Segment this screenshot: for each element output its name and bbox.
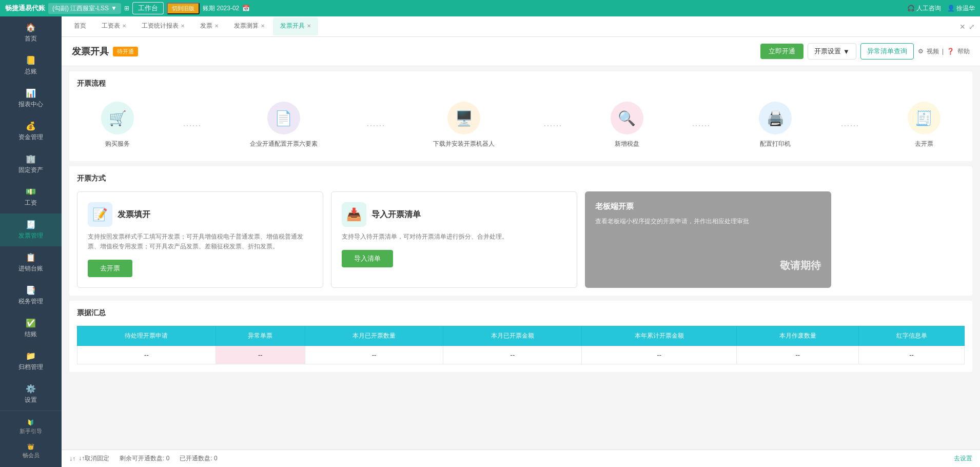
tab-bar: 首页 工资表 ✕ 工资统计报表 ✕ 发票 ✕ 发票测算 ✕ 发票开具 ✕ [62, 16, 980, 37]
sidebar-item-home[interactable]: 🏠 首页 [0, 16, 62, 49]
sidebar-item-guide[interactable]: 🔰 新手引导 [0, 415, 62, 439]
pin-button[interactable]: ↓↑ ↓↑取消固定 [69, 454, 109, 463]
tax-icon: 📑 [26, 285, 36, 295]
workflow-step-4: 🖨️ 配置打印机 [759, 102, 792, 148]
tab-payroll-report[interactable]: 工资统计报表 ✕ [134, 17, 192, 35]
summary-table-header-row: 待处理开票申请 异常单票 本月已开票数量 本月已开票金额 本年累计开票金额 本月… [77, 326, 965, 346]
invoice-methods-section: 开票方式 📝 发票填开 支持按照发票样式手工填写开发票；可开具增值税电子普通发票… [69, 166, 972, 296]
go-invoice-button[interactable]: 去开票 [88, 260, 132, 277]
old-platform-title: 老板端开票 [595, 202, 821, 211]
workflow-arrow-4: ⋯⋯ [840, 120, 859, 131]
top-bar-left: 畅捷通易代账 (勾副) 江西服室-LSS ▼ ⊞ 工作台 切到旧版 账期 202… [5, 2, 250, 14]
col-red-info: 红字信息单 [859, 326, 965, 346]
sidebar-item-invoice[interactable]: 🧾 发票管理 [0, 213, 62, 246]
workflow-arrow-3: ⋯⋯ [692, 120, 710, 131]
tab-invoice-issue[interactable]: 发票开具 ✕ [273, 17, 318, 35]
switch-old-button[interactable]: 切到旧版 [167, 3, 200, 14]
sidebar-item-purchase-sales[interactable]: 📋 进销台账 [0, 246, 62, 279]
sidebar-item-settings[interactable]: ⚙️ 设置 [0, 378, 62, 411]
sidebar-item-tax[interactable]: 📑 税务管理 [0, 279, 62, 312]
opened-label: 已开通数盘: 0 [180, 454, 217, 463]
go-setting-link[interactable]: 去设置 [954, 454, 972, 463]
assets-icon: 🏢 [26, 154, 36, 164]
close-tab-invoice-calc[interactable]: ✕ [261, 23, 265, 29]
page-content: 发票开具 待开通 立即开通 开票设置 ▼ 异常清单查询 ⚙ 视频 | ❓ [62, 37, 980, 450]
close-tab-payslip[interactable]: ✕ [122, 23, 126, 29]
workflow-arrow-1: ⋯⋯ [366, 120, 385, 131]
membership-icon: 👑 [27, 443, 34, 450]
expand-icon[interactable]: ⤢ [969, 23, 975, 31]
tab-payslip[interactable]: 工资表 ✕ [94, 17, 133, 35]
workflow-step-2: 🖥️ 下载并安装开票机器人 [433, 102, 495, 148]
method-card-manual-header: 📝 发票填开 [88, 202, 312, 227]
summary-title: 票据汇总 [77, 308, 965, 318]
summary-table: 待处理开票申请 异常单票 本月已开票数量 本月已开票金额 本年累计开票金额 本月… [77, 326, 965, 364]
col-monthly-amount: 本月已开票金额 [443, 326, 582, 346]
old-platform-desc: 查看老板端小程序提交的开票申请，并作出相应处理审批 [595, 217, 821, 226]
ledger-icon: 📒 [26, 55, 36, 65]
close-tab-payroll-report[interactable]: ✕ [181, 23, 185, 29]
method-card-manual: 📝 发票填开 支持按照发票样式手工填写开发票；可开具增值税电子普通发票、增值税普… [77, 191, 323, 288]
coming-soon-label: 敬请期待 [780, 259, 821, 273]
help-icon: ❓ [947, 48, 954, 55]
chevron-down-icon: ▼ [843, 48, 850, 55]
workflow-icon-5: 🧾 [908, 102, 940, 134]
settings-icon: ⚙️ [26, 384, 36, 394]
main-layout: 🏠 首页 📒 总账 📊 报表中心 💰 资金管理 🏢 固定资产 💵 工资 🧾 发票… [0, 16, 980, 467]
method-title-import: 导入开票清单 [371, 209, 421, 220]
col-monthly-count: 本月已开票数量 [305, 326, 443, 346]
col-annual-amount: 本年累计开票金额 [582, 326, 737, 346]
workflow-icon-0: 🛒 [101, 102, 134, 134]
close-tab-invoice[interactable]: ✕ [214, 23, 219, 29]
sidebar-item-membership[interactable]: 👑 畅会员 [0, 439, 62, 463]
summary-section: 票据汇总 待处理开票申请 异常单票 本月已开票数量 本月已开票金额 本年累计开票… [69, 301, 972, 372]
close-tab-invoice-issue[interactable]: ✕ [307, 23, 311, 29]
method-icon-import: 📥 [342, 202, 366, 227]
sidebar-item-ledger[interactable]: 📒 总账 [0, 49, 62, 82]
logo: 畅捷通易代账 [5, 4, 45, 13]
workflow-arrow-2: ⋯⋯ [543, 120, 562, 131]
sidebar-item-reports[interactable]: 📊 报表中心 [0, 82, 62, 115]
workflow-label-0: 购买服务 [105, 140, 130, 148]
workflow-section: 开票流程 🛒 购买服务 ⋯⋯ 📄 企业开通配置开票六要素 ⋯⋯ 🖥️ 下载并安装 [69, 71, 972, 161]
sidebar-item-payroll[interactable]: 💵 工资 [0, 181, 62, 213]
home-icon: 🏠 [26, 23, 36, 32]
method-desc-manual: 支持按照发票样式手工填写开发票；可开具增值税电子普通发票、增值税普通发票、增值税… [88, 232, 312, 251]
sidebar-item-funds[interactable]: 💰 资金管理 [0, 115, 62, 148]
top-bar-right: 🎧 人工咨询 👤 徐温华 [907, 4, 975, 13]
col-pending: 待处理开票申请 [77, 326, 216, 346]
page-header: 发票开具 待开通 立即开通 开票设置 ▼ 异常清单查询 ⚙ 视频 | ❓ [62, 37, 980, 66]
abnormal-query-button[interactable]: 异常清单查询 [860, 43, 914, 60]
tab-invoice[interactable]: 发票 ✕ [193, 17, 226, 35]
workflow-icon-3: 🔍 [611, 102, 643, 134]
cell-monthly-amount: -- [443, 346, 582, 364]
bottom-bar: ↓↑ ↓↑取消固定 剩余可开通数盘: 0 已开通数盘: 0 去设置 [62, 450, 980, 467]
cell-red-info: -- [859, 346, 965, 364]
tab-home[interactable]: 首页 [67, 17, 93, 35]
page-header-actions: 立即开通 开票设置 ▼ 异常清单查询 ⚙ 视频 | ❓ 帮助 [760, 43, 970, 60]
workflow-steps: 🛒 购买服务 ⋯⋯ 📄 企业开通配置开票六要素 ⋯⋯ 🖥️ 下载并安装开票机器人… [77, 96, 965, 153]
user-menu[interactable]: 👤 徐温华 [947, 4, 975, 13]
page-title: 发票开具 [72, 45, 109, 57]
col-abnormal: 异常单票 [215, 326, 305, 346]
workflow-label-1: 企业开通配置开票六要素 [250, 140, 318, 148]
service-button[interactable]: 🎧 人工咨询 [907, 4, 941, 13]
workflow-icon-1: 📄 [267, 102, 300, 134]
sidebar-item-settle[interactable]: ✅ 结账 [0, 312, 62, 345]
workbench-button[interactable]: 工作台 [132, 2, 164, 14]
company-selector[interactable]: (勾副) 江西服室-LSS ▼ [48, 3, 121, 14]
summary-table-body: -- -- -- -- -- -- -- [77, 346, 965, 364]
workflow-label-3: 新增税盘 [615, 140, 639, 148]
close-all-icon[interactable]: ✕ [959, 23, 966, 31]
period-label: 账期 2023-02 [203, 4, 239, 13]
workflow-step-3: 🔍 新增税盘 [611, 102, 643, 148]
open-settings-button[interactable]: 开票设置 ▼ [808, 43, 856, 60]
tab-invoice-calc[interactable]: 发票测算 ✕ [227, 17, 272, 35]
import-list-button[interactable]: 导入清单 [342, 250, 393, 267]
sidebar-item-assets[interactable]: 🏢 固定资产 [0, 148, 62, 181]
method-card-import: 📥 导入开票清单 支持导入待开票清单，可对待开票清单进行拆分、合并处理。 导入清… [331, 191, 577, 288]
open-now-button[interactable]: 立即开通 [760, 44, 803, 59]
sidebar-item-archive[interactable]: 📁 归档管理 [0, 345, 62, 378]
top-bar: 畅捷通易代账 (勾副) 江西服室-LSS ▼ ⊞ 工作台 切到旧版 账期 202… [0, 0, 980, 16]
cell-abnormal: -- [215, 346, 305, 364]
